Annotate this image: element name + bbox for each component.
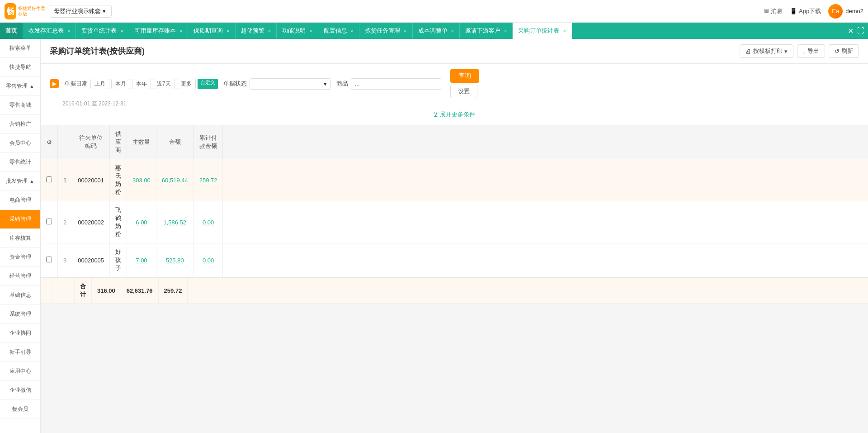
tab-baozhiqi-close[interactable]: × bbox=[226, 28, 229, 33]
filter-goods-item: 商品 bbox=[336, 78, 441, 90]
cell-amount: 60,519.44 bbox=[156, 159, 193, 201]
sidebar-item-quicknav[interactable]: 快捷导航 bbox=[0, 58, 40, 77]
tab-caigou-active[interactable]: 采购订单统计表 × bbox=[513, 23, 571, 39]
row-checkbox[interactable] bbox=[46, 176, 52, 182]
shortcut-last-month[interactable]: 上月 bbox=[90, 79, 109, 89]
cell-checkbox[interactable] bbox=[41, 243, 58, 277]
workspace-selector[interactable]: 母婴行业演示账套 ▾ bbox=[50, 5, 112, 18]
message-label: 消息 bbox=[771, 7, 783, 15]
sidebar-item-finance[interactable]: 资金管理 bbox=[0, 248, 40, 267]
sidebar-item-wechat[interactable]: 企业微信 bbox=[0, 381, 40, 400]
sidebar-item-newbie[interactable]: 新手引导 bbox=[0, 343, 40, 362]
app-label: App下载 bbox=[799, 7, 821, 15]
export-icon: ↓ bbox=[803, 48, 806, 55]
tab-jianhuo[interactable]: 拣货任务管理 × bbox=[359, 23, 412, 39]
sidebar-item-wholesale[interactable]: 批发管理 ▲ bbox=[0, 172, 40, 191]
nav-tab-actions: ✕ ⛶ bbox=[848, 27, 868, 35]
sidebar-item-enterprise[interactable]: 企业协同 bbox=[0, 324, 40, 343]
tab-peizhi-close[interactable]: × bbox=[351, 28, 354, 33]
print-button[interactable]: 🖨 按模板打印 ▾ bbox=[740, 44, 793, 58]
cell-paid: 259.72 bbox=[193, 159, 223, 201]
tab-keyongliang[interactable]: 可用量库存账本 × bbox=[129, 23, 188, 39]
export-button[interactable]: ↓ 导出 bbox=[797, 44, 826, 58]
footer-table: 合计 316.00 62,631.76 259.72 bbox=[41, 278, 868, 304]
sidebar-item-inventory[interactable]: 库存核算 bbox=[0, 229, 40, 248]
tab-chengben-close[interactable]: × bbox=[451, 28, 454, 33]
tab-yaohuo[interactable]: 要货单统计表 × bbox=[76, 23, 129, 39]
tab-shoufacun-close[interactable]: × bbox=[67, 28, 70, 33]
tab-caigou-close[interactable]: × bbox=[563, 28, 566, 33]
tab-gongneng[interactable]: 功能说明 × bbox=[277, 23, 318, 39]
filter-date-range: 2016-01-01 至 2023-12-31 bbox=[62, 100, 126, 108]
nav-tabs: 首页 收发存汇总表 × 要货单统计表 × 可用量库存账本 × 保质期查询 × 超… bbox=[0, 23, 868, 39]
logo-text: 畅捷通好生意 标版 bbox=[18, 6, 45, 17]
sidebar-item-marketing[interactable]: 营销推广 bbox=[0, 115, 40, 134]
tab-chengben[interactable]: 成本调整单 × bbox=[413, 23, 460, 39]
col-settings[interactable]: ⚙ bbox=[41, 125, 58, 159]
settings-button[interactable]: 设置 bbox=[450, 85, 477, 98]
sidebar-item-member2[interactable]: 畅会员 bbox=[0, 400, 40, 419]
shortcut-7days[interactable]: 近7天 bbox=[153, 79, 175, 89]
sidebar-item-member[interactable]: 会员中心 bbox=[0, 134, 40, 153]
shortcut-more[interactable]: 更多 bbox=[177, 79, 196, 89]
sidebar-item-purchase[interactable]: 采购管理 bbox=[0, 210, 40, 229]
col-empty bbox=[223, 125, 868, 159]
cell-checkbox[interactable] bbox=[41, 159, 58, 201]
sidebar-item-search[interactable]: 搜索菜单 bbox=[0, 39, 40, 58]
main-layout: 搜索菜单 快捷导航 零售管理 ▲ 零售商城 营销推广 会员中心 零售统计 批发管… bbox=[0, 39, 868, 433]
tab-jianhuo-close[interactable]: × bbox=[404, 28, 406, 33]
sidebar-item-system[interactable]: 系统管理 bbox=[0, 305, 40, 324]
tab-baozhiqi-label: 保质期查询 bbox=[193, 27, 223, 35]
tab-gongneng-close[interactable]: × bbox=[309, 28, 312, 33]
tab-yaohuo-close[interactable]: × bbox=[120, 28, 123, 33]
expand-label: 展开更多条件 bbox=[440, 110, 475, 119]
refresh-button[interactable]: ↺ 刷新 bbox=[829, 44, 859, 58]
message-button[interactable]: ✉ 消息 bbox=[764, 7, 783, 15]
sidebar-item-basic[interactable]: 基础信息 bbox=[0, 286, 40, 305]
arrow-icon: ▲ bbox=[29, 83, 35, 90]
message-icon: ✉ bbox=[764, 8, 769, 14]
print-dropdown-icon: ▾ bbox=[784, 48, 788, 55]
filter-goods-input[interactable] bbox=[351, 78, 441, 90]
tab-yaoqing[interactable]: 邀请下游客户 × bbox=[460, 23, 513, 39]
filter-area: ▶ 单据日期 上月 本月 本年 近7天 更多 自定义 单据状态 bbox=[41, 64, 868, 125]
sidebar-item-retail-mgmt[interactable]: 零售管理 ▲ bbox=[0, 77, 40, 96]
row-checkbox[interactable] bbox=[46, 257, 52, 262]
query-button[interactable]: 查询 bbox=[450, 69, 479, 83]
filter-status-label: 单据状态 bbox=[223, 80, 247, 88]
filter-status-select[interactable]: ▾ bbox=[250, 78, 331, 90]
tab-yaoqing-close[interactable]: × bbox=[504, 28, 507, 33]
tab-home[interactable]: 首页 bbox=[0, 23, 23, 39]
custom-badge: 自定义 bbox=[198, 79, 218, 89]
avatar: Ea bbox=[828, 4, 843, 19]
tab-chaochuyujing[interactable]: 超储预警 × bbox=[236, 23, 277, 39]
tab-keyongliang-close[interactable]: × bbox=[179, 28, 182, 33]
sidebar-item-appcenter[interactable]: 应用中心 bbox=[0, 362, 40, 381]
tab-shoufacun[interactable]: 收发存汇总表 × bbox=[23, 23, 76, 39]
top-right: ✉ 消息 📱 App下载 Ea demo2 bbox=[764, 4, 863, 19]
filter-status-item: 单据状态 ▾ bbox=[223, 78, 331, 90]
page-header: 采购订单统计表(按供应商) 🖨 按模板打印 ▾ ↓ 导出 ↺ 刷新 bbox=[41, 39, 868, 64]
workspace-name: 母婴行业演示账套 bbox=[54, 7, 101, 15]
shortcut-this-year[interactable]: 本年 bbox=[132, 79, 151, 89]
tab-chengben-label: 成本调整单 bbox=[418, 27, 448, 35]
table-row: 1 00020001 惠氏奶粉 303.00 60,519.44 259.72 bbox=[41, 159, 868, 201]
sidebar-item-ops[interactable]: 经营管理 bbox=[0, 267, 40, 286]
expand-more-button[interactable]: ⊻ 展开更多条件 bbox=[50, 108, 859, 121]
close-tab-button[interactable]: ✕ bbox=[848, 27, 854, 35]
row-checkbox[interactable] bbox=[46, 219, 52, 224]
cell-supplier: 飞鹤奶粉 bbox=[110, 201, 127, 243]
tab-keyongliang-label: 可用量库存账本 bbox=[135, 27, 176, 35]
app-download-button[interactable]: 📱 App下载 bbox=[790, 7, 821, 15]
tab-yaohuo-label: 要货单统计表 bbox=[81, 27, 117, 35]
tab-baozhiqi[interactable]: 保质期查询 × bbox=[188, 23, 235, 39]
cell-checkbox[interactable] bbox=[41, 201, 58, 243]
sidebar-item-retail-shop[interactable]: 零售商城 bbox=[0, 96, 40, 115]
expand-tab-button[interactable]: ⛶ bbox=[857, 27, 864, 35]
tab-peizhi[interactable]: 配置信息 × bbox=[318, 23, 359, 39]
sidebar-item-retail-stats[interactable]: 零售统计 bbox=[0, 153, 40, 172]
tab-chaochuyujing-close[interactable]: × bbox=[268, 28, 271, 33]
toggle-filter-button[interactable]: ▶ bbox=[50, 79, 59, 88]
shortcut-this-month[interactable]: 本月 bbox=[111, 79, 130, 89]
sidebar-item-ecommerce[interactable]: 电商管理 bbox=[0, 191, 40, 210]
